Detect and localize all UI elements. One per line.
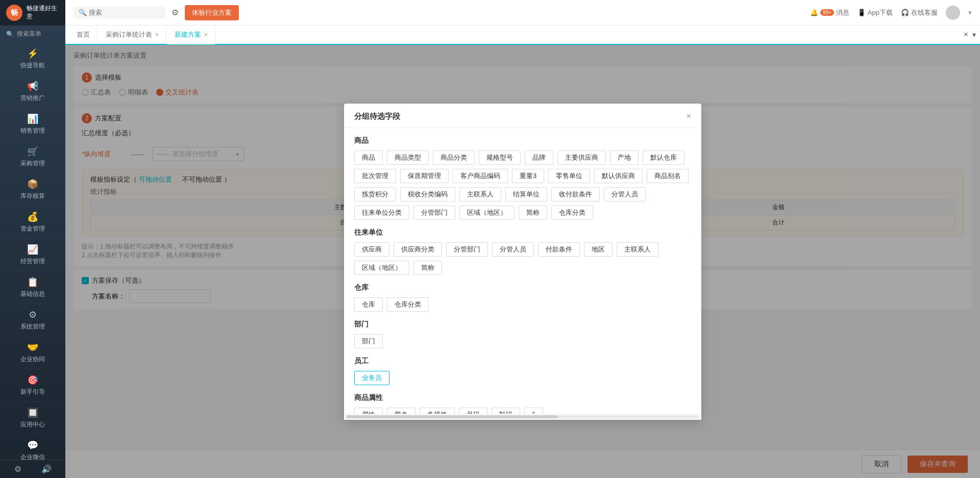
sidebar-item-appcenter[interactable]: 🔲 应用中心: [0, 402, 65, 435]
header-search-input[interactable]: [89, 9, 160, 16]
field-tag[interactable]: 批次管理: [354, 169, 396, 183]
field-tag[interactable]: 付款条件: [538, 242, 580, 257]
field-tag[interactable]: 重量3: [512, 169, 544, 183]
notification-label: 消息: [836, 8, 849, 17]
field-tag[interactable]: 默认仓库: [643, 150, 684, 165]
hscroll-thumb[interactable]: [346, 415, 558, 418]
sidebar-item-label: 基础信息: [20, 290, 45, 298]
field-tag[interactable]: 分管部门: [413, 206, 455, 220]
header-search-wrap[interactable]: 🔍: [74, 7, 165, 18]
header-right: 🔔 99+ 消息 📱 App下载 🎧 在线客服 ▾: [810, 6, 972, 20]
sidebar-item-operations[interactable]: 📈 经营管理: [0, 239, 65, 271]
field-tag[interactable]: 地区: [584, 242, 612, 257]
tabs-menu-icon[interactable]: ▾: [972, 31, 976, 39]
field-tag[interactable]: 商品: [354, 150, 383, 165]
field-tag[interactable]: 部门: [354, 334, 383, 348]
field-tag[interactable]: 品牌: [525, 150, 553, 165]
chevron-down-icon[interactable]: ▾: [968, 9, 972, 16]
notification-btn[interactable]: 🔔 99+ 消息: [810, 8, 849, 17]
field-tag[interactable]: 税收分类编码: [400, 187, 455, 202]
finance-icon: 💰: [27, 211, 38, 222]
field-tag[interactable]: 属性: [354, 408, 383, 414]
field-tag[interactable]: 规格型号: [479, 150, 521, 165]
field-tag[interactable]: 拣货积分: [354, 187, 396, 202]
field-tag[interactable]: 商品别名: [647, 169, 689, 183]
field-tag[interactable]: 结算单位: [505, 187, 547, 202]
field-tag[interactable]: 1: [524, 408, 543, 414]
sidebar-item-purchase[interactable]: 🛒 采购管理: [0, 141, 65, 173]
field-tag[interactable]: 保质期管理: [400, 169, 449, 183]
sidebar-item-quick-nav[interactable]: ⚡ 快捷导航: [0, 43, 65, 76]
gear-icon[interactable]: ⚙: [172, 8, 179, 17]
notification-icon: 🔔: [810, 9, 818, 16]
tab-home[interactable]: 首页: [69, 25, 97, 44]
speaker-bottom-icon[interactable]: 🔊: [41, 464, 52, 474]
modal-close-button[interactable]: ×: [687, 112, 691, 121]
sidebar-item-label: 采购管理: [20, 159, 45, 168]
sidebar-item-label: 企业协同: [20, 355, 45, 364]
field-tag[interactable]: 鞋码: [492, 408, 520, 414]
field-tag[interactable]: 收付款条件: [551, 187, 600, 202]
sidebar-item-marketing[interactable]: 📢 营销推广: [0, 76, 65, 108]
field-tag[interactable]: 供应商: [354, 242, 389, 257]
tab-purchase-stat[interactable]: 采购订单统计表 ×: [99, 25, 166, 44]
field-tag[interactable]: 仓库分类: [387, 297, 429, 312]
avatar[interactable]: [946, 6, 960, 20]
field-tag[interactable]: 商品分类: [433, 150, 475, 165]
field-tag[interactable]: 主联系人: [617, 242, 658, 257]
field-tag[interactable]: 简称: [413, 261, 442, 275]
purchase-icon: 🛒: [27, 146, 38, 157]
field-tag[interactable]: 供应商分类: [394, 242, 442, 257]
sidebar-item-sales[interactable]: 📊 销售管理: [0, 108, 65, 141]
field-tag[interactable]: 多规格: [420, 408, 455, 414]
field-tag[interactable]: 区域（地区）: [459, 206, 514, 220]
field-tag[interactable]: 往来单位分类: [354, 206, 409, 220]
field-tag[interactable]: 分管人员: [492, 242, 534, 257]
sidebar-item-basic[interactable]: 📋 基础信息: [0, 271, 65, 304]
sidebar: 畅 畅捷通好生意 🔍 搜索菜单 ⚡ 快捷导航 📢 营销推广 📊 销售管理 🛒 采…: [0, 0, 65, 478]
field-tag[interactable]: 主要供应商: [557, 150, 606, 165]
headset-icon: 🎧: [901, 9, 909, 16]
tab-purchase-stat-close[interactable]: ×: [155, 31, 159, 38]
field-tag[interactable]: 商品类型: [387, 150, 429, 165]
field-tag[interactable]: 尺码: [459, 408, 487, 414]
corpwx-icon: 💬: [27, 440, 38, 451]
tab-new-scheme[interactable]: 新建方案 ×: [167, 25, 215, 44]
field-tag[interactable]: 颜色: [387, 408, 415, 414]
field-tag[interactable]: 简称: [519, 206, 547, 220]
section-title-product-attr: 商品属性: [354, 393, 691, 402]
sidebar-item-label: 库存核算: [20, 192, 45, 200]
sidebar-item-newguide[interactable]: 🎯 新手引导: [0, 369, 65, 402]
collab-icon: 🤝: [27, 342, 38, 353]
field-tag[interactable]: 客户商品编码: [453, 169, 508, 183]
download-btn[interactable]: 📱 App下载: [857, 8, 893, 17]
trial-button[interactable]: 体验行业方案: [185, 5, 239, 20]
field-tag[interactable]: 分管部门: [446, 242, 488, 257]
field-tag[interactable]: 仓库: [354, 297, 383, 312]
close-all-icon[interactable]: ×: [964, 30, 968, 39]
service-btn[interactable]: 🎧 在线客服: [901, 8, 938, 17]
field-tag[interactable]: 默认供应商: [594, 169, 643, 183]
hscroll-track[interactable]: [346, 415, 699, 418]
sidebar-search-menu[interactable]: 🔍 搜索菜单: [0, 26, 65, 43]
field-tag-employee[interactable]: 业务员: [354, 371, 389, 385]
sidebar-nav: ⚡ 快捷导航 📢 营销推广 📊 销售管理 🛒 采购管理 📦 库存核算 💰 资金管…: [0, 43, 65, 460]
settings-bottom-icon[interactable]: ⚙: [14, 464, 21, 474]
sidebar-item-inventory[interactable]: 📦 库存核算: [0, 173, 65, 206]
field-tag[interactable]: 主联系人: [459, 187, 501, 202]
field-tag[interactable]: 仓库分类: [551, 206, 593, 220]
tab-new-scheme-close[interactable]: ×: [204, 31, 208, 38]
field-tag[interactable]: 分管人员: [604, 187, 646, 202]
modal-bottom-scrollbar[interactable]: [344, 414, 701, 420]
sidebar-bottom: ⚙ 🔊: [0, 460, 65, 478]
field-tag[interactable]: 产地: [610, 150, 639, 165]
operations-icon: 📈: [27, 244, 38, 255]
field-tag[interactable]: 零售单位: [548, 169, 590, 183]
field-tag[interactable]: 区域（地区）: [354, 261, 409, 275]
sidebar-item-corpwx[interactable]: 💬 企业微信: [0, 435, 65, 460]
sidebar-item-collab[interactable]: 🤝 企业协同: [0, 337, 65, 369]
tab-home-label: 首页: [77, 30, 90, 39]
sidebar-item-system[interactable]: ⚙ 系统管理: [0, 304, 65, 337]
header: 🔍 ⚙ 体验行业方案 🔔 99+ 消息 📱 App下载 🎧 在线客服 ▾: [65, 0, 980, 26]
sidebar-item-finance[interactable]: 💰 资金管理: [0, 206, 65, 239]
